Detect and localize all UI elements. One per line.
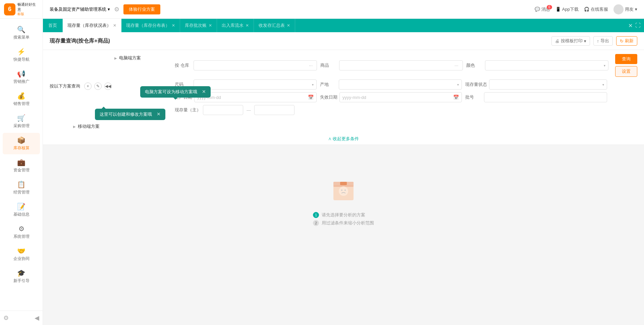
purchase-nav-icon: 🛒 [17,114,25,122]
collapse-sidebar-icon[interactable]: ◀ [35,314,39,322]
goods-filter: 商品 ··· [320,60,463,70]
origin-select[interactable]: ▾ [339,79,462,90]
topbar-left: 装备及固定资产辅助管理系统 ▾ ⚙ 体验行业方案 [50,4,160,14]
main-content: 现存量查询(按仓库+商品) 🖨 按模板打印 ▾ ↑ 导出 ↻ 刷新 按以下方案查… [43,32,644,325]
sidebar-item-quick[interactable]: ⚡ 快捷导航 [3,44,40,66]
batch-filter: 批号 [465,92,607,102]
batch-input[interactable] [484,92,607,102]
size-select[interactable]: ▾ [194,79,317,90]
message-icon: 💬 [535,7,540,12]
corp-nav-icon: 🤝 [17,247,25,255]
svg-point-3 [339,186,348,196]
scheme-mobile-item[interactable]: ▶ 移动端方案 [73,122,637,130]
tab-close-batch-account[interactable]: ✕ [209,23,212,28]
sidebar-item-purchase[interactable]: 🛒 采购管理 [3,111,40,132]
app-download-button[interactable]: 📱 App下载 [555,6,579,12]
empty-step1: 1 请先选择要分析的方案 [313,212,374,218]
reset-button[interactable]: 设置 [615,66,637,77]
search-button[interactable]: 查询 [615,54,637,64]
action-buttons: 查询 设置 [615,54,637,77]
user-dropdown-icon: ▾ [635,7,637,12]
back-scheme-button[interactable]: ◀◀ [104,83,112,90]
tab-home[interactable]: 首页 [43,19,63,32]
tab-close-inventory-dist[interactable]: ✕ [172,23,175,28]
edit-scheme-button[interactable]: ✎ [94,83,102,90]
stock-status-select[interactable]: ▾ [489,79,607,90]
topbar-settings-icon[interactable]: ⚙ [114,6,119,13]
topbar: 装备及固定资产辅助管理系统 ▾ ⚙ 体验行业方案 💬 消息 6 📱 App下载 … [43,0,644,19]
scheme-tree: ▶ 电脑端方案 [114,54,168,62]
online-service-button[interactable]: 🎧 在线客服 [584,6,608,12]
page-actions: 🖨 按模板打印 ▾ ↑ 导出 ↻ 刷新 [551,36,638,46]
stock-main-label: 现存量（主） [175,107,201,113]
scheme-pc-item[interactable]: ▶ 电脑端方案 [114,54,168,62]
basic-nav-icon: 📝 [17,203,25,211]
tabbar-end: ✕ ⛶ [625,19,644,32]
tab-close-all-icon[interactable]: ✕ [628,22,633,29]
warehouse-label: 按 仓库 [175,62,192,68]
tooltip2-close-button[interactable]: ✕ [157,111,161,117]
sidebar-item-operation[interactable]: 📋 经营管理 [3,177,40,199]
operation-nav-icon: 📋 [17,180,25,188]
color-filter: 颜色 ▾ [466,60,608,70]
tab-recv-summary[interactable]: 收发存汇总表 ✕ [254,19,295,32]
tab-close-inventory-status[interactable]: ✕ [113,23,116,28]
tab-batch-account[interactable]: 库存批次账 ✕ [180,19,217,32]
pc-arrow-icon: ▶ [114,56,117,60]
sales-nav-icon: 💰 [17,92,25,100]
tab-inout-flow[interactable]: 出入库流水 ✕ [217,19,254,32]
range-separator: — [245,108,252,113]
page-header: 现存量查询(按仓库+商品) 🖨 按模板打印 ▾ ↑ 导出 ↻ 刷新 [43,32,644,50]
marketing-nav-icon: 📢 [17,70,25,78]
mobile-arrow-icon: ▶ [73,125,76,128]
sidebar-item-corp[interactable]: 🤝 企业协同 [3,243,40,265]
print-icon: 🖨 [555,39,559,44]
tab-inventory-dist[interactable]: 现存量（库存分布表） ✕ [121,19,180,32]
sidebar-item-basic[interactable]: 📝 基础信息 [3,199,40,221]
tab-close-recv-summary[interactable]: ✕ [287,23,290,28]
sidebar-bottom: ⚙ ◀ [0,311,43,325]
sidebar-item-marketing[interactable]: 📢 营销推广 [3,66,40,88]
color-select[interactable]: ▾ [485,60,608,70]
export-button[interactable]: ↑ 导出 [593,36,613,46]
sidebar-item-sales[interactable]: 💰 销售管理 [3,89,40,110]
tab-inventory-status[interactable]: 现存量（库存状况表） ✕ [63,19,121,32]
sidebar-nav: 🔍 搜索菜单 ⚡ 快捷导航 📢 营销推广 💰 销售管理 🛒 采购管理 📦 库存核… [0,19,43,311]
user-button[interactable]: 用友 ▾ [613,4,637,14]
refresh-button[interactable]: ↻ 刷新 [616,36,637,46]
add-scheme-button[interactable]: + [84,83,92,90]
warehouse-select[interactable]: ··· [194,60,317,70]
sidebar-item-system[interactable]: ⚙ 系统管理 [3,221,40,243]
print-button[interactable]: 🖨 按模板打印 ▾ [551,36,590,46]
topbar-right: 💬 消息 6 📱 App下载 🎧 在线客服 用友 ▾ [535,4,637,14]
tab-expand-icon[interactable]: ⛶ [635,22,641,29]
sidebar-item-search[interactable]: 🔍 搜索菜单 [3,22,40,44]
stock-main-max-input[interactable] [254,105,294,115]
phone-icon: 📱 [555,7,561,12]
system-title-dropdown[interactable]: 装备及固定资产辅助管理系统 ▾ [50,6,110,12]
exp-date-input[interactable]: yyyy-mm-dd 📅 [339,92,462,102]
sidebar: 6 畅通好好生意 标版 🔍 搜索菜单 ⚡ 快捷导航 📢 营销推广 💰 销售管理 … [0,0,43,325]
warehouse-filter: 按 仓库 ··· [175,60,317,70]
sidebar-item-guide[interactable]: 🎓 新手引导 [3,266,40,287]
tooltip-create-scheme: 这里可以创建和修改方案哦 ✕ [95,109,165,120]
exp-date-calendar-icon: 📅 [453,95,459,100]
stock-main-min-input[interactable] [203,105,243,115]
export-icon: ↑ [597,39,599,44]
goods-select[interactable]: ··· [339,60,463,70]
collapse-filter-button[interactable]: ∧ 收起更多条件 [50,133,637,145]
guide-nav-icon: 🎓 [17,269,25,277]
exp-date-filter: 失效日期 yyyy-mm-dd 📅 [320,92,462,102]
sidebar-item-finance[interactable]: 💼 资金管理 [3,155,40,176]
prod-date-input[interactable]: yyyy-mm-dd 📅 [194,92,317,102]
message-button[interactable]: 💬 消息 6 [535,6,550,12]
empty-step2: 2 用过滤条件来缩小分析范围 [313,220,374,226]
sidebar-item-inventory[interactable]: 📦 库存核算 [3,133,40,154]
settings-bottom-icon[interactable]: ⚙ [3,314,9,322]
svg-point-5 [344,189,346,191]
tab-close-inout-flow[interactable]: ✕ [246,23,249,28]
industry-solution-button[interactable]: 体验行业方案 [123,4,160,14]
stock-status-filter: 现存量状态 ▾ [465,79,607,90]
tooltip1-close-button[interactable]: ✕ [202,89,206,94]
quick-nav-icon: ⚡ [17,48,25,56]
